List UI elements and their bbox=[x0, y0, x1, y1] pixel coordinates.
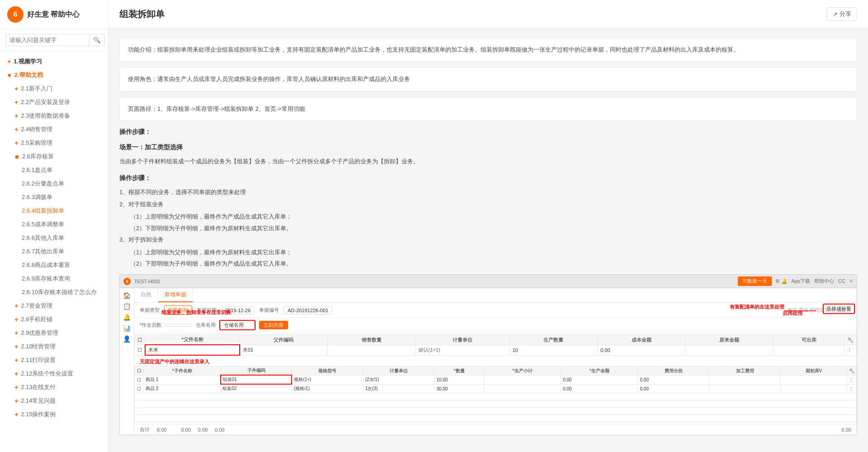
lth-qty: *数量 bbox=[434, 366, 484, 376]
app-upper-table: ☐ *父件名称 父件编码 销售数量 计量单位 生产数量 成本金额 原来金额 可出… bbox=[134, 334, 857, 356]
th-spec: 销售数量 bbox=[328, 335, 415, 345]
app-icon-user[interactable]: 👤 bbox=[123, 335, 131, 343]
share-button[interactable]: ↗ 分享 bbox=[827, 7, 857, 21]
plus-icon-10: + bbox=[14, 343, 18, 350]
ltd-sub-1 bbox=[484, 375, 561, 384]
nav-list: + 1.视频学习 ● 2.帮助文档 + 2.1新手入门 + 2.2产品安装及登录… bbox=[0, 51, 108, 452]
sidebar-item-sales[interactable]: + 2.4销售管理 bbox=[0, 123, 108, 136]
sidebar-item-cases[interactable]: + 2.15操作案例 bbox=[0, 408, 108, 421]
app-tab-natural[interactable]: 自然 bbox=[134, 288, 158, 302]
search-input[interactable] bbox=[5, 34, 90, 46]
app-icon-bell[interactable]: 🔔 bbox=[123, 314, 131, 321]
lth-unit: 计量单位 bbox=[363, 366, 434, 376]
sidebar-item-ledger-query[interactable]: 2.6.9库存账本查询 bbox=[0, 272, 108, 285]
role-block: 使用角色：通常由生产人员或库管人员完成拆装业务的操作，库管人员确认原材料的出库和… bbox=[119, 67, 857, 91]
sidebar-item-customize[interactable]: + 2.12系统个性化设置 bbox=[0, 367, 108, 381]
app-lower-table-container: 无固定流产中的连续在这里录入 ☐ *子件名称 子件编码 规格型号 计量单位 *数… bbox=[134, 357, 857, 422]
ltd-spec-1: 规格(1+) bbox=[292, 375, 363, 384]
app-screenshot-container: 6 TEST-H002 同数据一天 ⚙ 🔔 App下载 帮助中心 CC ✕ 🏠 … bbox=[119, 274, 857, 435]
sidebar-item-install[interactable]: + 2.2产品安装及登录 bbox=[0, 95, 108, 109]
annotation4: 启用处理 bbox=[783, 310, 802, 317]
lth-checkbox: ☐ bbox=[135, 366, 144, 376]
ltd-act-2[interactable]: ⋮ bbox=[847, 384, 857, 393]
sidebar-item-stocktake[interactable]: 2.6.1盘点单 bbox=[0, 163, 108, 177]
role-text: 使用角色：通常由生产人员或库管人员完成拆装业务的操作，库管人员确认原材料的出库和… bbox=[128, 74, 849, 84]
sidebar-item-transfer[interactable]: 2.6.3调拨单 bbox=[0, 190, 108, 204]
th-parent-code: 父件编码 bbox=[240, 335, 327, 345]
ltd-qty-2[interactable]: 30.00 bbox=[434, 384, 484, 393]
form-label-num: 单据编号 bbox=[259, 307, 279, 314]
lth-stock: 期初库V bbox=[780, 366, 847, 376]
sidebar-item-video[interactable]: + 1.视频学习 bbox=[0, 55, 108, 68]
sidebar-item-cost-adj[interactable]: 2.6.5成本调整单 bbox=[0, 218, 108, 231]
td-parent-code-1: 木01 bbox=[240, 345, 327, 355]
td-qty-1[interactable]: 10 bbox=[509, 345, 597, 355]
step1: 1、根据不同的业务，选择不同单据的类型来处理 bbox=[119, 187, 857, 197]
plus-icon-8: + bbox=[14, 316, 18, 323]
ltd-fee-1: 0.00 bbox=[638, 375, 709, 384]
app-icon-list[interactable]: 📋 bbox=[123, 303, 131, 310]
subform-warehouse-input[interactable]: 仓储名用 bbox=[219, 320, 255, 330]
sidebar-item-purchase[interactable]: + 2.5采购管理 bbox=[0, 136, 108, 150]
page-title: 组装拆卸单 bbox=[119, 8, 165, 20]
empty-row-3 bbox=[135, 393, 857, 400]
app-tab-new[interactable]: 新增单据 bbox=[158, 288, 193, 302]
subform-input[interactable] bbox=[165, 324, 192, 327]
app-icon-home[interactable]: 🏠 bbox=[123, 292, 131, 299]
sidebar-item-coupon[interactable]: + 2.9优惠券管理 bbox=[0, 326, 108, 340]
lth-fee: 费用分担 bbox=[638, 366, 709, 376]
td-avail-1 bbox=[774, 345, 844, 355]
ltd-cb-1[interactable]: ☐ bbox=[135, 375, 144, 384]
form-label-type: 单据类型 bbox=[140, 307, 160, 314]
search-button[interactable]: 🔍 bbox=[90, 34, 105, 46]
td-parent-name-1[interactable]: 木米 bbox=[145, 345, 240, 355]
intro-block: 功能介绍：组装拆卸单用来处理企业组装或拆卸等加工业务，支持有固定装配清单的产品加… bbox=[119, 38, 857, 62]
annotation2: 组装业务、拆卸业务在这里切换 bbox=[161, 309, 231, 316]
sidebar-item-payment[interactable]: + 2.13在线支付 bbox=[0, 381, 108, 394]
sidebar-item-mobile[interactable]: + 2.8手机旺铺 bbox=[0, 313, 108, 326]
sidebar-item-ledger-fix[interactable]: 2.6.10库存账本搞错了怎么办 bbox=[0, 285, 108, 299]
steps-section-title: 操作步骤： bbox=[119, 128, 857, 136]
sidebar-item-other-out[interactable]: 2.6.7其他出库单 bbox=[0, 245, 108, 258]
plus-icon-5: + bbox=[14, 126, 18, 133]
subform-confirm-btn[interactable]: 立刻完善 bbox=[259, 321, 288, 329]
ltd-unit-1: (2次/1) bbox=[363, 375, 434, 384]
table-row-lower-3 bbox=[135, 393, 857, 400]
sidebar-item-cost-recalc[interactable]: 2.6.8商品成本重算 bbox=[0, 258, 108, 272]
sidebar-item-finance[interactable]: + 2.7资金管理 bbox=[0, 299, 108, 313]
lth-code: 子件编码 bbox=[221, 366, 292, 376]
path-text: 页面路径：1、库存核算->库存管理->组装拆卸单 2、首页->常用功能 bbox=[128, 104, 849, 114]
sidebar-item-help-docs[interactable]: ● 2.帮助文档 bbox=[0, 68, 108, 82]
sidebar-item-print[interactable]: + 2.11打印设置 bbox=[0, 353, 108, 367]
ltd-act-1[interactable]: ⋮ bbox=[847, 375, 857, 384]
app-sidebar-icons: 🏠 📋 🔔 📊 👤 bbox=[120, 288, 134, 435]
td-checkbox-1[interactable]: ☐ bbox=[135, 345, 146, 355]
app-icon-chart[interactable]: 📊 bbox=[123, 324, 131, 332]
footer-label: 合计 bbox=[140, 426, 150, 433]
ltd-cb-2[interactable]: ☐ bbox=[135, 384, 144, 393]
th-avail: 可出库 bbox=[774, 335, 844, 345]
step2: 2、对于组装业务 bbox=[119, 199, 857, 209]
scene1-desc: 当由多个子件材料组装成一个成品的业务为【组装】业务，当由一个父件拆分成多个子产品… bbox=[119, 156, 857, 167]
sidebar-item-assembly[interactable]: 2.6.4组装拆卸单 bbox=[0, 204, 108, 218]
lth-amount: *生产金额 bbox=[561, 366, 638, 376]
sidebar-item-mgmt[interactable]: + 2.10经营管理 bbox=[0, 340, 108, 353]
sidebar-item-other-in[interactable]: 2.6.6其他入库单 bbox=[0, 231, 108, 245]
sidebar-item-inventory[interactable]: ● 2.6库存核算 bbox=[0, 150, 108, 163]
sidebar-item-data-prep[interactable]: + 2.3使用前数据准备 bbox=[0, 109, 108, 123]
td-act-1[interactable]: ⋮ bbox=[844, 345, 857, 355]
ltd-qty-1[interactable]: 10.00 bbox=[434, 375, 484, 384]
annotation5: 无固定流产中的连续在这里录入 bbox=[134, 357, 857, 366]
app-btn-one[interactable]: 同数据一天 bbox=[738, 276, 772, 286]
lth-process: 加工费用 bbox=[709, 366, 781, 376]
sidebar-item-partial-stock[interactable]: 2.6.2分量盘点单 bbox=[0, 177, 108, 190]
minus-icon-2: ● bbox=[14, 152, 19, 161]
sidebar-item-faq[interactable]: + 2.14常见问题 bbox=[0, 394, 108, 408]
footer-total4: 0.00 bbox=[215, 427, 224, 433]
app-close-icon[interactable]: ✕ bbox=[849, 278, 853, 284]
sidebar-item-beginner[interactable]: + 2.1新手入门 bbox=[0, 82, 108, 95]
annotation-select-box[interactable]: 选择成标量 bbox=[823, 304, 855, 314]
ltd-code-1[interactable]: 组装01 bbox=[221, 375, 292, 384]
form-num-input[interactable]: AD-20191226-001 bbox=[283, 306, 332, 314]
steps-title2: 操作步骤： bbox=[119, 174, 857, 182]
